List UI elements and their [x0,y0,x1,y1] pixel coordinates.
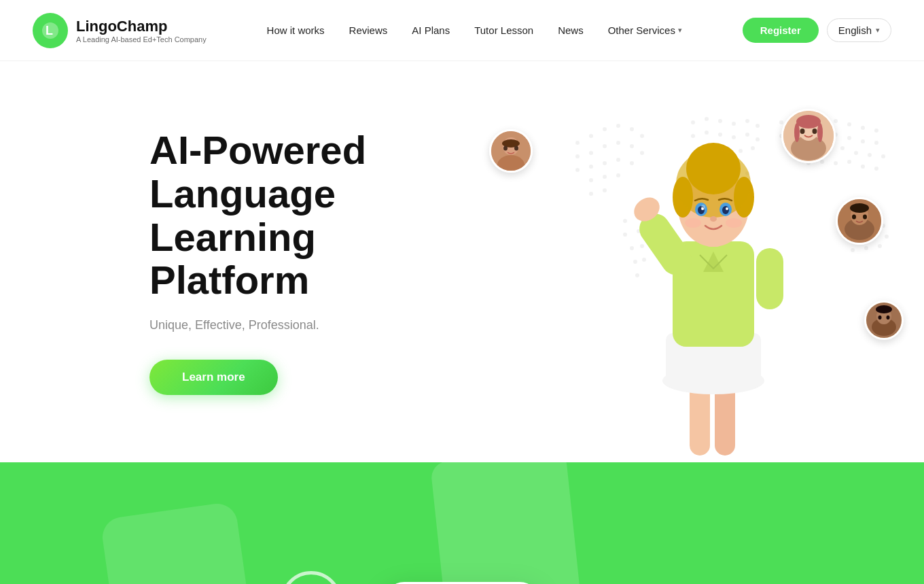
svg-point-75 [840,146,845,150]
language-label: English [838,24,872,36]
svg-point-76 [854,151,858,155]
svg-point-157 [887,315,890,320]
svg-point-59 [834,119,838,123]
nav-how-it-works[interactable]: How it works [267,24,325,36]
svg-point-144 [794,123,800,142]
svg-point-92 [885,235,889,239]
svg-point-142 [800,128,805,134]
check-icon-container [281,571,342,584]
svg-point-81 [834,161,838,165]
svg-point-78 [881,154,885,158]
svg-point-149 [850,203,869,213]
svg-point-137 [514,146,518,151]
avatar-bubble-1 [489,129,533,173]
chevron-down-icon: ▾ [678,26,682,35]
hero-title: AI-Powered Language Learning Platform [149,128,389,302]
svg-point-156 [878,315,882,320]
svg-point-68 [847,136,851,140]
svg-point-70 [874,141,878,145]
green-section: 9:41 ▪▪▪ 📶 🔋 Premium Course Core Curricu… [0,462,924,584]
logo-tagline: A Leading AI-based Ed+Tech Company [76,35,207,44]
logo-icon: L [33,13,68,48]
hero-content: AI-Powered Language Learning Platform Un… [0,88,421,436]
avatar-bubble-2 [781,109,836,163]
nav-reviews[interactable]: Reviews [349,24,388,36]
svg-point-84 [874,167,878,171]
svg-point-60 [847,122,851,126]
svg-point-62 [874,128,878,133]
language-selector[interactable]: English ▾ [827,18,891,42]
svg-point-9 [589,151,593,155]
svg-point-150 [852,215,856,220]
svg-point-3 [589,134,593,138]
svg-point-151 [863,215,867,220]
svg-point-145 [817,123,823,142]
check-circle [281,571,342,584]
phone-shadow-2 [430,462,585,584]
svg-point-94 [864,246,868,250]
logo[interactable]: L LingoChamp A Leading AI-based Ed+Tech … [33,13,207,48]
avatar-bubble-3 [836,197,883,245]
svg-point-93 [851,248,855,252]
nav-actions: Register English ▾ [743,18,891,43]
svg-point-155 [876,305,892,313]
svg-point-131 [701,205,705,210]
nav-ai-plans[interactable]: AI Plans [412,24,450,36]
nav-tutor-lesson[interactable]: Tutor Lesson [474,24,533,36]
svg-point-19 [589,178,593,182]
svg-point-82 [847,160,851,164]
hero-subtitle: Unique, Effective, Professional. [149,318,389,332]
svg-point-61 [861,126,865,130]
svg-point-143 [813,128,817,134]
svg-point-130 [726,218,742,228]
svg-point-2 [575,141,580,145]
character-illustration [598,109,829,462]
svg-point-141 [796,115,821,128]
character-svg [598,109,829,462]
svg-point-125 [722,206,729,214]
svg-point-22 [589,192,593,196]
nav-other-services[interactable]: Other Services ▾ [608,24,682,36]
register-button[interactable]: Register [743,18,819,43]
svg-point-69 [861,139,865,143]
navbar: L LingoChamp A Leading AI-based Ed+Tech … [0,0,924,61]
avatar-bubble-4 [864,300,904,340]
learn-more-button[interactable]: Learn more [149,360,278,395]
svg-point-121 [676,150,751,218]
svg-point-83 [861,165,865,169]
svg-point-127 [726,207,728,210]
svg-point-8 [575,154,580,158]
svg-point-129 [685,218,701,228]
svg-point-15 [589,165,593,169]
svg-point-136 [503,146,508,151]
svg-rect-115 [756,248,783,309]
chevron-down-icon: ▾ [876,26,880,35]
phone-shadow-decor [100,501,253,584]
nav-news[interactable]: News [558,24,584,36]
logo-text: LingoChamp A Leading AI-based Ed+Tech Co… [76,18,207,44]
svg-point-14 [575,168,580,172]
nav-links: How it works Reviews AI Plans Tutor Less… [267,24,682,36]
svg-text:L: L [46,24,53,37]
svg-point-95 [878,244,882,248]
hero-section: AI-Powered Language Learning Platform Un… [0,61,924,462]
svg-point-77 [868,153,872,157]
hero-visual [435,61,924,462]
logo-name: LingoChamp [76,18,207,35]
svg-point-128 [710,216,717,222]
